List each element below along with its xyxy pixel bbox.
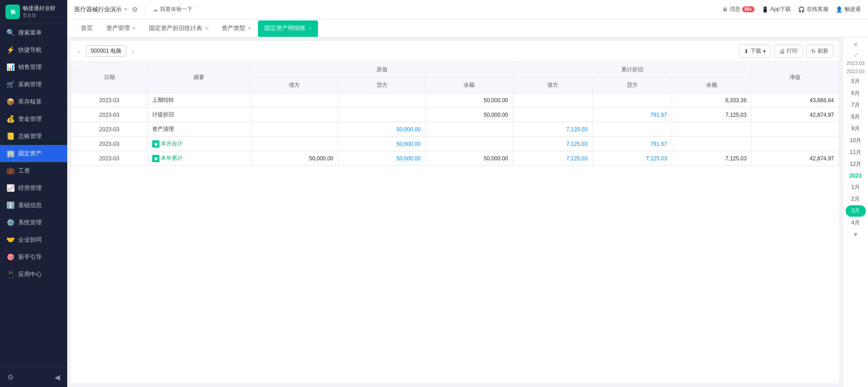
months-upper: 5月6月7月8月9月10月11月12月 <box>846 75 866 170</box>
month-item[interactable]: 2月 <box>846 194 866 205</box>
divider <box>145 5 145 14</box>
sidebar-item-purchase[interactable]: 🛒采购管理 <box>0 76 67 93</box>
tab-asset-detail[interactable]: 固定资产明细账 × <box>258 20 317 37</box>
cell-orig-balance: 50,000.00 <box>426 151 513 166</box>
download-button[interactable]: ⬇ 下载 ▾ <box>739 45 771 58</box>
app-download-button[interactable]: 📱 App下载 <box>762 5 791 13</box>
sidebar-item-general-ledger[interactable]: 📒总账管理 <box>0 128 67 145</box>
year-top2: 2023.03 <box>846 67 866 75</box>
table-row: 2023-03 ▣本月合计 50,000.00 7,125.03 791.67 <box>71 137 839 151</box>
sidebar-item-quick-nav[interactable]: ⚡快捷导航 <box>0 41 67 59</box>
col-depr-credit: 贷方 <box>592 78 672 93</box>
month-item[interactable]: 4月 <box>846 217 866 228</box>
months-lower: 1月2月3月4月 <box>846 181 866 229</box>
settings-gear-icon[interactable]: ⚙ <box>132 5 138 14</box>
quick-nav-icon: ⚡ <box>6 46 15 54</box>
cell-orig-balance: 50,000.00 <box>426 108 513 122</box>
settings-icon[interactable]: ⚙ <box>5 371 15 383</box>
collab-icon: 🤝 <box>6 236 15 244</box>
month-item[interactable]: 8月 <box>846 111 866 123</box>
close-tab-asset-mgmt[interactable]: × <box>133 25 135 31</box>
cell-depr-credit: 791.67 <box>592 137 672 151</box>
sidebar-item-system-mgmt[interactable]: ⚙️系统管理 <box>0 214 67 231</box>
collapse-icon[interactable]: ◀ <box>53 371 62 383</box>
scroll-down-arrow[interactable]: ▼ <box>851 229 861 240</box>
month-item[interactable]: 6月 <box>846 88 866 99</box>
close-tab-depreciation[interactable]: × <box>205 25 208 31</box>
col-depr-balance: 余额 <box>672 78 751 93</box>
tab-asset-type[interactable]: 资产类型 × <box>215 20 257 37</box>
tab-home[interactable]: 首页 <box>74 20 99 37</box>
toolbar-right: ⬇ 下载 ▾ 🖨 打印 ↻ 刷新 <box>739 45 833 58</box>
messages-button[interactable]: 🖥 消息 99+ <box>722 5 754 13</box>
print-icon: 🖨 <box>779 48 785 55</box>
cell-depr-credit <box>592 122 672 137</box>
sidebar-item-inventory[interactable]: 📦库存核算 <box>0 93 67 110</box>
ledger-table: 日期 摘要 原值 累计折旧 净值 借方 贷方 余额 借方 贷方 余额 <box>71 62 839 166</box>
cell-net <box>751 137 838 151</box>
month-item[interactable]: 10月 <box>846 135 866 146</box>
main-area: 医疗器械行业演示 ▾ ⚙ ☁ 我要体验一下 🖥 消息 99+ 📱 App下载 🎧… <box>67 0 868 387</box>
month-item[interactable]: 5月 <box>846 76 866 87</box>
cell-orig-credit: 50,000.00 <box>338 137 425 151</box>
sidebar: 畅 畅捷通好业财 普及版 🔍搜索菜单⚡快捷导航📊销售管理🛒采购管理📦库存核算💰资… <box>0 0 67 387</box>
sidebar-item-funds[interactable]: 💰资金管理 <box>0 110 67 128</box>
prev-asset-button[interactable]: ‹ <box>76 47 82 56</box>
app-version: 普及版 <box>23 12 55 19</box>
col-summary: 摘要 <box>148 62 251 93</box>
month-item[interactable]: 7月 <box>846 99 866 111</box>
app-name: 畅捷通好业财 <box>23 5 55 12</box>
cell-date: 2023-03 <box>71 108 148 122</box>
month-item[interactable]: 12月 <box>846 159 866 170</box>
month-item[interactable]: 3月 <box>846 205 866 217</box>
sidebar-item-payroll[interactable]: 💼工资 <box>0 162 67 179</box>
next-asset-button[interactable]: › <box>130 47 136 56</box>
close-tab-asset-type[interactable]: × <box>248 25 251 31</box>
chevron-down-icon[interactable]: ▾ <box>124 6 127 12</box>
refresh-button[interactable]: ↻ 刷新 <box>806 45 833 58</box>
tab-asset-mgmt[interactable]: 资产管理 × <box>100 20 142 37</box>
user-profile-button[interactable]: 👤 畅捷通 <box>836 5 861 13</box>
cell-depr-debit: 7,125.03 <box>513 122 592 137</box>
sidebar-item-guide[interactable]: 🎯新手引导 <box>0 248 67 266</box>
month-item[interactable]: 9月 <box>846 123 866 134</box>
tab-depreciation-table[interactable]: 固定资产折旧统计表 × <box>143 20 214 37</box>
close-tab-asset-detail[interactable]: × <box>308 25 311 31</box>
sidebar-item-collab[interactable]: 🤝企业协同 <box>0 231 67 248</box>
sidebar-item-business-mgmt[interactable]: 📈经营管理 <box>0 179 67 197</box>
business-mgmt-icon: 📈 <box>6 184 15 192</box>
customer-service-button[interactable]: 🎧 在线客服 <box>798 5 828 13</box>
cell-depr-credit <box>592 93 672 108</box>
content-area: ‹ 000001 电脑 › ⬇ 下载 ▾ 🖨 打印 <box>67 37 868 387</box>
month-item[interactable]: 1月 <box>846 182 866 193</box>
purchase-icon: 🛒 <box>6 80 15 89</box>
month-item[interactable]: 11月 <box>846 147 866 158</box>
col-depr: 累计折旧 <box>513 62 751 78</box>
close-right-sidebar[interactable]: ✕ <box>851 39 860 50</box>
sidebar-item-sales[interactable]: 📊销售管理 <box>0 59 67 76</box>
expand-icon[interactable]: ⤢ <box>853 51 859 59</box>
inventory-icon: 📦 <box>6 98 15 106</box>
cell-depr-debit <box>513 93 592 108</box>
download-icon: ⬇ <box>744 48 749 55</box>
chevron-down-icon: ▾ <box>763 48 766 55</box>
col-date: 日期 <box>71 62 148 93</box>
download-icon: 📱 <box>762 6 769 13</box>
avatar-icon: 👤 <box>836 6 843 13</box>
tag-icon: ▣ <box>152 155 159 162</box>
sidebar-item-fixed-assets[interactable]: 🏢固定资产 <box>0 145 67 162</box>
cell-net: 42,874.97 <box>751 108 838 122</box>
system-mgmt-icon: ⚙️ <box>6 218 15 227</box>
headset-icon: 🎧 <box>798 6 805 13</box>
sidebar-bottom: ⚙ ◀ <box>0 367 67 387</box>
tabbar: 首页 资产管理 × 固定资产折旧统计表 × 资产类型 × 固定资产明细账 × <box>67 19 868 37</box>
trial-button[interactable]: ☁ 我要体验一下 <box>153 5 193 13</box>
topbar: 医疗器械行业演示 ▾ ⚙ ☁ 我要体验一下 🖥 消息 99+ 📱 App下载 🎧… <box>67 0 868 19</box>
sidebar-item-app-center[interactable]: 📱应用中心 <box>0 266 67 283</box>
sidebar-item-basic-info[interactable]: ℹ️基础信息 <box>0 197 67 214</box>
print-button[interactable]: 🖨 打印 <box>774 45 803 58</box>
cell-depr-credit: 7,125.03 <box>592 151 672 166</box>
sidebar-item-search[interactable]: 🔍搜索菜单 <box>0 24 67 41</box>
fixed-assets-icon: 🏢 <box>6 149 15 158</box>
year-label[interactable]: 2023 <box>846 171 866 181</box>
